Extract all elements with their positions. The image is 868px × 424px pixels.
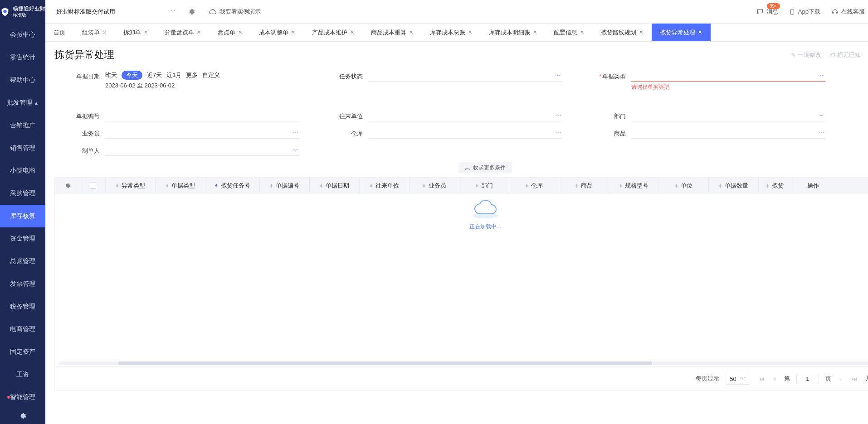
staff-input[interactable]: [105, 128, 299, 139]
creator-select[interactable]: [105, 145, 299, 156]
date-quick-option[interactable]: 昨天: [105, 71, 117, 79]
dept-select[interactable]: [631, 111, 825, 121]
close-icon[interactable]: ✕: [291, 29, 295, 35]
table-column-header[interactable]: ▲▼单据类型: [156, 178, 205, 194]
sort-icon[interactable]: ▲▼: [422, 183, 426, 188]
page-number-input[interactable]: [796, 374, 819, 384]
sort-icon[interactable]: ▲▼: [619, 183, 623, 188]
tab[interactable]: 组装单✕: [74, 24, 115, 41]
sidebar-item[interactable]: 电商管理: [0, 318, 45, 341]
tab[interactable]: 拆卸单✕: [115, 24, 156, 41]
sort-icon[interactable]: ▲▼: [719, 183, 722, 188]
sidebar-item[interactable]: 帮助中心: [0, 69, 45, 92]
last-page-button[interactable]: ⏭: [849, 376, 859, 382]
table-column-header[interactable]: ▲▼拣货: [759, 178, 791, 194]
select-all-checkbox[interactable]: [80, 178, 106, 194]
chevron-down-icon[interactable]: ﹀: [556, 72, 561, 80]
messages-button[interactable]: 消息 99+: [756, 8, 778, 16]
table-column-header[interactable]: ▲▼拣货任务号: [205, 178, 260, 194]
table-column-header[interactable]: ▲▼单据日期: [310, 178, 360, 194]
close-icon[interactable]: ✕: [350, 29, 354, 35]
table-column-header[interactable]: ▲▼业务员: [410, 178, 459, 194]
date-quick-option[interactable]: 自定义: [202, 71, 220, 79]
tab[interactable]: 拣货路线规划✕: [593, 24, 652, 41]
sort-icon[interactable]: ▲▼: [766, 183, 770, 188]
tab[interactable]: 拣货异常处理✕: [652, 24, 711, 41]
date-quick-option[interactable]: 近1月: [166, 71, 181, 79]
sidebar-item[interactable]: 总账管理: [0, 250, 45, 273]
close-icon[interactable]: ✕: [580, 29, 584, 35]
sidebar-item[interactable]: 会员中心: [0, 24, 45, 46]
close-icon[interactable]: ✕: [409, 29, 413, 35]
table-column-header[interactable]: ▲▼异常类型: [106, 178, 156, 194]
tab[interactable]: 盘点单✕: [210, 24, 251, 41]
first-page-button[interactable]: ⏮: [756, 376, 766, 382]
sidebar-item[interactable]: 固定资产: [0, 341, 45, 363]
sidebar-item[interactable]: 资金管理: [0, 227, 45, 250]
sort-icon[interactable]: ▲▼: [116, 183, 119, 188]
table-column-header[interactable]: ▲▼规格型号: [609, 178, 659, 194]
table-column-header[interactable]: ▲▼仓库: [509, 178, 559, 194]
sort-icon[interactable]: ▲▼: [575, 183, 579, 188]
table-column-header[interactable]: ▲▼往来单位: [360, 178, 410, 194]
close-icon[interactable]: ✕: [639, 29, 643, 35]
product-input[interactable]: [631, 128, 825, 139]
doc-no-input[interactable]: [105, 111, 299, 121]
next-page-button[interactable]: ›: [838, 376, 843, 382]
close-icon[interactable]: ✕: [238, 29, 242, 35]
tab[interactable]: 分量盘点单✕: [156, 24, 210, 41]
close-icon[interactable]: ✕: [698, 29, 702, 35]
warehouse-input[interactable]: [368, 128, 562, 139]
table-column-header[interactable]: ▲▼部门: [459, 178, 509, 194]
sidebar-item[interactable]: 采购管理: [0, 182, 45, 205]
support-button[interactable]: 在线客服: [831, 8, 865, 16]
page-size-select[interactable]: 50 ﹀: [726, 373, 750, 385]
table-column-header[interactable]: ▲▼单据数量: [709, 178, 759, 194]
sidebar-item[interactable]: 库存核算: [0, 205, 45, 227]
table-column-header[interactable]: ▲▼单据编号: [260, 178, 310, 194]
sort-icon[interactable]: ▲▼: [215, 183, 218, 188]
more-icon[interactable]: ⋯: [556, 112, 561, 119]
tab[interactable]: 成本调整单✕: [251, 24, 304, 41]
sidebar-item[interactable]: 零售统计: [0, 46, 45, 69]
close-icon[interactable]: ✕: [102, 29, 107, 35]
date-quick-option[interactable]: 今天: [122, 71, 142, 80]
task-status-select[interactable]: [368, 71, 562, 82]
sidebar-item[interactable]: 小畅电商: [0, 159, 45, 182]
more-icon[interactable]: ⋯: [819, 130, 824, 136]
sidebar-item[interactable]: 智能管理: [0, 386, 45, 408]
app-download-button[interactable]: App下载: [789, 8, 820, 16]
sort-icon[interactable]: ▲▼: [166, 183, 169, 188]
sidebar-item[interactable]: 销售管理: [0, 137, 45, 159]
sort-icon[interactable]: ▲▼: [270, 183, 273, 188]
sort-icon[interactable]: ▲▼: [320, 183, 323, 188]
sidebar-item[interactable]: 工资: [0, 363, 45, 386]
tab[interactable]: 产品成本维护✕: [304, 24, 363, 41]
tab[interactable]: 商品成本重算✕: [363, 24, 422, 41]
chevron-down-icon[interactable]: ﹀: [293, 147, 298, 154]
close-icon[interactable]: ✕: [533, 29, 537, 35]
table-column-header[interactable]: ▲▼单位: [659, 178, 709, 194]
sidebar-item[interactable]: 发票管理: [0, 273, 45, 295]
demo-link[interactable]: 我要看实例演示: [209, 8, 261, 16]
collapse-filters-button[interactable]: ︽ 收起更多条件: [458, 162, 512, 173]
sort-icon[interactable]: ▲▼: [525, 183, 529, 188]
chevron-down-icon[interactable]: ﹀: [819, 72, 824, 80]
tab[interactable]: 配置信息✕: [546, 24, 593, 41]
topbar-settings-icon[interactable]: [188, 8, 195, 15]
close-icon[interactable]: ✕: [197, 29, 201, 35]
sort-icon[interactable]: ▲▼: [370, 183, 373, 188]
close-icon[interactable]: ✕: [144, 29, 148, 35]
tab[interactable]: 库存成本总账✕: [422, 24, 481, 41]
table-config-button[interactable]: [55, 178, 80, 194]
sidebar-item[interactable]: 批发管理▲: [0, 92, 45, 114]
sidebar-item[interactable]: 税务管理: [0, 295, 45, 318]
more-icon[interactable]: ⋯: [293, 130, 298, 136]
sidebar-item[interactable]: 营销推广: [0, 114, 45, 137]
chevron-down-icon[interactable]: ﹀: [819, 112, 824, 120]
doc-type-select[interactable]: [631, 71, 825, 82]
sort-icon[interactable]: ▲▼: [475, 183, 479, 188]
more-icon[interactable]: ⋯: [556, 130, 561, 136]
table-column-header[interactable]: ▲▼商品: [559, 178, 609, 194]
product-selector[interactable]: 好业财标准版交付试用 ﹀: [53, 6, 180, 18]
